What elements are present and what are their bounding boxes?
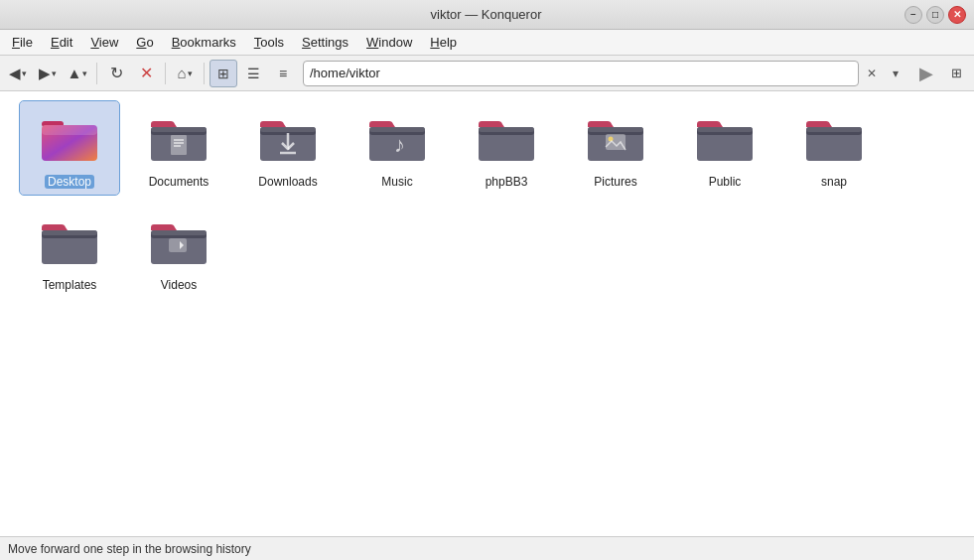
details-view-icon: ≡ [279,66,287,81]
svg-text:♪: ♪ [394,132,405,157]
menu-go[interactable]: Go [128,32,161,53]
folder-icon-desktop [38,107,101,171]
menu-bookmarks[interactable]: Bookmarks [164,32,244,53]
address-dropdown-button[interactable]: ▾ [885,61,906,86]
forward-button[interactable]: ▶ ▾ [34,60,62,87]
folder-item-videos[interactable]: Videos [129,205,228,298]
file-area: Desktop Documents Dow [0,91,974,536]
folder-label: Desktop [45,175,94,189]
folder-label: Pictures [594,175,636,189]
folder-icon-public [693,107,757,171]
reload-button[interactable]: ↻ [102,60,130,87]
folder-icon-phpbb3 [475,107,538,171]
home-dropdown-icon: ▾ [188,69,193,78]
forward-dropdown-icon: ▾ [52,69,57,78]
folder-label: Documents [149,175,209,189]
svg-rect-38 [169,238,187,252]
svg-rect-24 [606,134,626,150]
window-controls: − □ ✕ [904,6,966,24]
folder-label: Public [709,175,742,189]
titlebar: viktor — Konqueror − □ ✕ [0,0,974,30]
folder-item-pictures[interactable]: Pictures [566,101,665,195]
folder-icon-downloads [256,107,320,171]
menu-edit[interactable]: Edit [43,32,80,53]
folder-item-downloads[interactable]: Downloads [238,101,338,195]
list-view-icon: ☰ [247,66,260,81]
statusbar: Move forward one step in the browsing hi… [0,536,974,560]
view-icons-button[interactable]: ⊞ [209,60,237,87]
close-button[interactable]: ✕ [948,6,966,24]
status-text: Move forward one step in the browsing hi… [8,542,251,556]
home-icon: ⌂ [177,65,186,81]
back-button[interactable]: ◀ ▾ [4,60,32,87]
toolbar-separator-2 [165,63,166,84]
forward-icon: ▶ [39,65,51,82]
up-icon: ▲ [68,65,82,81]
menubar: File Edit View Go Bookmarks Tools Settin… [0,30,974,56]
back-dropdown-icon: ▾ [22,69,27,78]
toolbar-separator-1 [96,63,97,84]
maximize-button[interactable]: □ [926,6,944,24]
menu-tools[interactable]: Tools [246,32,292,53]
folder-item-public[interactable]: Public [675,101,774,195]
folder-label: snap [821,175,847,189]
home-button[interactable]: ⌂ ▾ [171,60,199,87]
up-button[interactable]: ▲ ▾ [64,60,91,87]
folder-item-desktop[interactable]: Desktop [20,101,119,195]
toolbar: ◀ ▾ ▶ ▾ ▲ ▾ ↻ ✕ ⌂ ▾ ⊞ ☰ ≡ ✕ ▾ ▶ ⊞ [0,56,974,91]
svg-rect-31 [806,127,862,132]
svg-rect-2 [42,125,97,135]
bookmarks-grid-button[interactable]: ⊞ [942,60,970,87]
svg-rect-23 [588,127,643,132]
up-dropdown-icon: ▾ [82,69,87,78]
addressbar: ✕ ▾ [303,61,906,86]
folder-item-music[interactable]: ♪ Music [348,101,447,195]
folder-item-templates[interactable]: Templates [20,205,119,298]
stop-button[interactable]: ✕ [132,60,160,87]
toolbar-separator-3 [204,63,205,84]
menu-window[interactable]: Window [358,32,420,53]
svg-rect-34 [42,230,97,235]
folder-icon-pictures [584,107,647,171]
folder-item-snap[interactable]: snap [784,101,884,195]
stop-icon: ✕ [140,64,153,82]
menu-help[interactable]: Help [422,32,465,53]
icons-view-icon: ⊞ [217,66,229,81]
svg-rect-20 [479,127,534,132]
folder-icon-videos [147,210,210,274]
folder-label: Downloads [258,175,317,189]
svg-rect-12 [260,127,316,132]
folder-label: Music [381,175,412,189]
svg-rect-28 [697,127,753,132]
folder-icon-templates [38,210,101,274]
folder-label: phpBB3 [486,175,528,189]
minimize-button[interactable]: − [904,6,922,24]
folder-label: Videos [161,278,197,292]
folder-item-phpbb3[interactable]: phpBB3 [457,101,556,195]
reload-icon: ↻ [110,64,123,82]
view-list-button[interactable]: ☰ [239,60,267,87]
menu-view[interactable]: View [82,32,126,53]
view-details-button[interactable]: ≡ [269,60,297,87]
folder-label: Templates [43,278,97,292]
svg-rect-6 [171,135,187,155]
menu-settings[interactable]: Settings [294,32,356,53]
svg-rect-5 [151,127,207,132]
address-input[interactable] [303,61,859,86]
address-clear-button[interactable]: ✕ [861,61,883,86]
folder-item-documents[interactable]: Documents [129,101,228,195]
folder-icon-snap [802,107,866,171]
folder-icon-documents [147,107,210,171]
window-title: viktor — Konqueror [68,7,904,22]
back-icon: ◀ [9,65,21,82]
folder-icon-music: ♪ [365,107,429,171]
menu-file[interactable]: File [4,32,41,53]
bookmarks-forward-button[interactable]: ▶ [912,60,940,87]
svg-rect-37 [151,230,207,235]
